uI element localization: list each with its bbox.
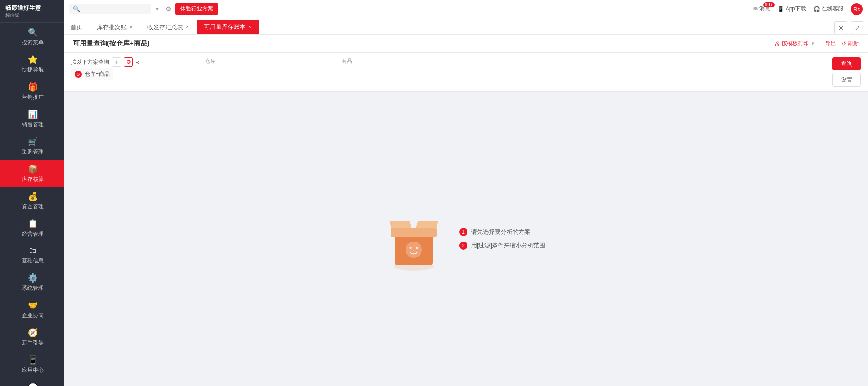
topbar-right: ✉ 消息 99+ 📱 App下载 🎧 在线客服 Rit	[753, 3, 863, 15]
finance-icon: 💰	[28, 191, 38, 201]
dropdown-arrow-icon[interactable]: ▼	[155, 6, 160, 12]
print-btn[interactable]: 🖨 按模板打印 ▼	[774, 40, 815, 47]
empty-text: 1 请先选择要分析的方案 2 用[过滤]条件来缩小分析范围	[459, 228, 545, 250]
tip-num-2: 2	[459, 242, 467, 250]
app-download-label: App下载	[786, 5, 806, 13]
sidebar-label-sales: 销售管理	[22, 121, 44, 129]
gear-icon[interactable]: ⚙	[165, 5, 171, 13]
sidebar-item-finance[interactable]: 💰 资金管理	[0, 187, 64, 214]
close-icon[interactable]: ✕	[248, 24, 252, 30]
empty-illustration	[386, 211, 441, 266]
search-box[interactable]: 🔍	[69, 4, 151, 14]
sidebar: 畅康通好生意 标准版 🔍 搜索菜单 ⭐ 快捷导航 🎁 营销推广 📊 销售管理 🛒…	[0, 0, 64, 386]
collapse-icon[interactable]: «	[136, 58, 139, 66]
svg-point-5	[416, 247, 418, 249]
online-service-btn[interactable]: 🎧 在线客服	[813, 5, 843, 13]
app-version: 标准版	[5, 12, 58, 19]
message-btn[interactable]: ✉ 消息 99+	[753, 5, 770, 13]
app-download-btn[interactable]: 📱 App下载	[777, 5, 806, 13]
empty-state: 1 请先选择要分析的方案 2 用[过滤]条件来缩小分析范围	[64, 92, 868, 386]
enterprise-icon: 🤝	[28, 300, 38, 310]
export-icon: ↑	[821, 41, 823, 47]
tabbar: 首页 库存批次账 ✕ 收发存汇总表 ✕ 可用量库存账本 ✕ ✕ ⤢	[64, 18, 868, 35]
svg-point-3	[406, 242, 422, 258]
empty-tip-2: 2 用[过滤]条件来缩小分析范围	[459, 242, 545, 250]
close-icon[interactable]: ✕	[185, 24, 189, 30]
scheme-icon: ⊙	[75, 71, 82, 78]
avatar: Rit	[851, 3, 863, 15]
tab-receipt-label: 收发存汇总表	[147, 23, 183, 31]
sidebar-label-basic: 基础信息	[22, 257, 44, 265]
warehouse-more-icon[interactable]: ···	[267, 68, 273, 76]
close-icon[interactable]: ✕	[129, 24, 133, 30]
sidebar-item-inventory[interactable]: 📦 库存核算	[0, 160, 64, 187]
industry-btn[interactable]: 体验行业方案	[175, 3, 218, 15]
goods-label: 商品	[283, 57, 411, 65]
sidebar-nav: 🔍 搜索菜单 ⭐ 快捷导航 🎁 营销推广 📊 销售管理 🛒 采购管理 📦 库存核…	[0, 23, 64, 386]
sidebar-item-operations[interactable]: 📋 经营管理	[0, 214, 64, 242]
sidebar-item-newbie[interactable]: 🧭 新手引导	[0, 323, 64, 350]
search-input[interactable]	[82, 6, 137, 12]
shortcut-icon: ⭐	[28, 55, 38, 65]
sidebar-label-shortcut: 快捷导航	[22, 66, 44, 74]
tab-available-label: 可用量库存账本	[204, 23, 245, 31]
message-badge: 99+	[763, 2, 775, 7]
tab-home[interactable]: 首页	[64, 20, 89, 34]
scheme-item-label: 仓库+商品	[85, 70, 110, 78]
refresh-btn[interactable]: ↺ 刷新	[842, 40, 859, 47]
sidebar-label-finance: 资金管理	[22, 203, 44, 211]
print-label: 按模板打印	[782, 40, 809, 47]
user-menu[interactable]: Rit	[851, 3, 863, 15]
scheme-item[interactable]: ⊙ 仓库+商品	[71, 68, 113, 80]
tab-batch-account[interactable]: 库存批次账 ✕	[90, 20, 140, 34]
query-btn[interactable]: 查询	[832, 57, 861, 70]
sidebar-label-operations: 经营管理	[22, 230, 44, 238]
purchase-icon: 🛒	[28, 137, 38, 147]
basic-icon: 🗂	[29, 246, 37, 256]
page-content: 可用量查询(按仓库+商品) 🖨 按模板打印 ▼ ↑ 导出 ↺ 刷新	[64, 35, 868, 386]
sales-icon: 📊	[28, 109, 38, 119]
sidebar-item-wecom[interactable]: 💬 企业微信	[0, 378, 64, 386]
tab-home-label: 首页	[71, 23, 82, 31]
export-btn[interactable]: ↑ 导出	[821, 40, 836, 47]
export-label: 导出	[825, 40, 836, 47]
sidebar-item-purchase[interactable]: 🛒 采购管理	[0, 132, 64, 160]
printer-icon: 🖨	[774, 41, 780, 47]
sidebar-label-purchase: 采购管理	[22, 148, 44, 156]
sidebar-item-marketing[interactable]: 🎁 营销推广	[0, 77, 64, 105]
tab-close-btn[interactable]: ✕	[834, 21, 847, 34]
sidebar-item-enterprise[interactable]: 🤝 企业协同	[0, 296, 64, 323]
sidebar-label-marketing: 营销推广	[22, 93, 44, 101]
refresh-label: 刷新	[848, 40, 859, 47]
tab-expand-btn[interactable]: ⤢	[851, 21, 863, 34]
goods-more-icon[interactable]: ···	[403, 68, 409, 76]
empty-tip-1: 1 请先选择要分析的方案	[459, 228, 545, 236]
topbar: 🔍 ▼ ⚙ 体验行业方案 ✉ 消息 99+ 📱 App下载 🎧 在线客服 Rit	[64, 0, 868, 18]
settings-scheme-btn[interactable]: ⚙	[124, 57, 133, 67]
newbie-icon: 🧭	[28, 328, 38, 338]
service-label: 在线客服	[822, 5, 843, 13]
sidebar-item-shortcut[interactable]: ⭐ 快捷导航	[0, 50, 64, 77]
tab-available-account[interactable]: 可用量库存账本 ✕	[197, 20, 259, 34]
empty-svg	[386, 211, 441, 271]
filter-left: 按以下方案查询 + ⚙ « ⊙ 仓库+商品	[71, 57, 139, 80]
sidebar-item-search[interactable]: 🔍 搜索菜单	[0, 23, 64, 50]
sidebar-item-basic[interactable]: 🗂 基础信息	[0, 242, 64, 268]
sidebar-item-sales[interactable]: 📊 销售管理	[0, 105, 64, 132]
warehouse-label: 仓库	[147, 57, 274, 65]
refresh-icon: ↺	[842, 41, 846, 47]
goods-input[interactable]	[283, 66, 401, 77]
sidebar-item-system[interactable]: ⚙️ 系统管理	[0, 268, 64, 296]
message-icon: ✉	[753, 6, 758, 12]
warehouse-input[interactable]	[147, 66, 265, 77]
tip-num-1: 1	[459, 228, 467, 236]
tab-receipt-summary[interactable]: 收发存汇总表 ✕	[141, 20, 196, 34]
service-icon: 🎧	[813, 6, 820, 12]
page-header-actions: 🖨 按模板打印 ▼ ↑ 导出 ↺ 刷新	[774, 40, 859, 47]
svg-rect-2	[391, 228, 437, 237]
page-title: 可用量查询(按仓库+商品)	[73, 39, 150, 48]
sidebar-item-app-center[interactable]: 📱 应用中心	[0, 350, 64, 378]
settings-btn[interactable]: 设置	[832, 73, 861, 87]
filter-fields: 仓库 ··· 商品 ···	[147, 57, 825, 77]
add-scheme-btn[interactable]: +	[112, 57, 121, 67]
